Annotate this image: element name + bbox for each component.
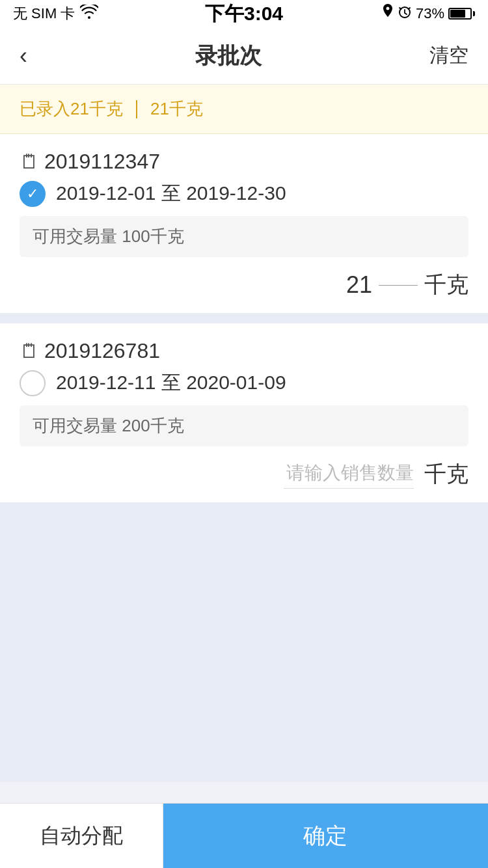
radio-2[interactable]: [20, 370, 46, 396]
empty-grey-area: [0, 502, 488, 782]
quantity-input-area-2[interactable]: 请输入销售数量: [284, 461, 414, 489]
quantity-placeholder-row-2: 请输入销售数量 千克: [0, 446, 488, 502]
summary-banner: 已录入21千克 21千克: [0, 85, 488, 134]
status-time: 下午3:04: [205, 1, 283, 27]
confirm-button[interactable]: 确定: [163, 804, 488, 868]
doc-icon-1: 🗒: [20, 151, 39, 173]
batch-date-1: 2019-12-01 至 2019-12-30: [56, 180, 286, 207]
wifi-icon: [80, 5, 98, 23]
quantity-row-1: 21 千克: [0, 257, 488, 313]
quantity-placeholder-2: 请输入销售数量: [286, 463, 414, 483]
content-area: 🗒 2019112347 ✓ 2019-12-01 至 2019-12-30 可…: [0, 134, 488, 847]
status-right: 73%: [382, 4, 475, 23]
batch-date-row-2[interactable]: 2019-12-11 至 2020-01-09: [20, 370, 468, 396]
radio-1[interactable]: ✓: [20, 181, 46, 207]
quantity-value-1: 21: [346, 271, 372, 299]
batch-card-2: 🗒 2019126781 2019-12-11 至 2020-01-09 可用交…: [0, 323, 488, 502]
batch-id-row-2: 🗒 2019126781: [20, 339, 468, 363]
status-left: 无 SIM 卡: [13, 4, 98, 23]
status-bar: 无 SIM 卡 下午3:04 73%: [0, 0, 488, 27]
batch-available-1: 可用交易量 100千克: [20, 216, 468, 257]
summary-recorded-label: 已录入21千克: [20, 98, 123, 120]
back-button[interactable]: ‹: [20, 42, 27, 70]
section-separator: [0, 313, 488, 323]
quantity-input-wrapper-1: 21 千克: [346, 270, 468, 300]
page-title: 录批次: [195, 41, 262, 71]
clear-button[interactable]: 清空: [429, 42, 468, 69]
batch-date-2: 2019-12-11 至 2020-01-09: [56, 370, 286, 396]
auto-distribute-button[interactable]: 自动分配: [0, 804, 163, 868]
battery-icon: [448, 8, 475, 20]
doc-icon-2: 🗒: [20, 340, 39, 362]
quantity-unit-1: 千克: [424, 270, 468, 300]
bottom-bar: 自动分配 确定: [0, 803, 488, 868]
batch-card-2-inner: 🗒 2019126781 2019-12-11 至 2020-01-09 可用交…: [0, 323, 488, 446]
sim-label: 无 SIM 卡: [13, 4, 75, 23]
battery-percent: 73%: [416, 5, 444, 22]
location-icon: [382, 4, 394, 23]
summary-value-label: 21千克: [150, 98, 203, 120]
nav-bar: ‹ 录批次 清空: [0, 27, 488, 85]
quantity-unit-2: 千克: [424, 459, 468, 489]
alarm-icon: [398, 5, 412, 23]
batch-id-1: 2019112347: [44, 150, 160, 174]
summary-divider: [136, 100, 137, 118]
batch-available-2: 可用交易量 200千克: [20, 405, 468, 446]
batch-card-1: 🗒 2019112347 ✓ 2019-12-01 至 2019-12-30 可…: [0, 134, 488, 313]
batch-id-2: 2019126781: [44, 339, 160, 363]
batch-id-row-1: 🗒 2019112347: [20, 150, 468, 174]
check-icon-1: ✓: [27, 187, 38, 201]
batch-date-row-1[interactable]: ✓ 2019-12-01 至 2019-12-30: [20, 180, 468, 207]
batch-card-1-inner: 🗒 2019112347 ✓ 2019-12-01 至 2019-12-30 可…: [0, 134, 488, 257]
